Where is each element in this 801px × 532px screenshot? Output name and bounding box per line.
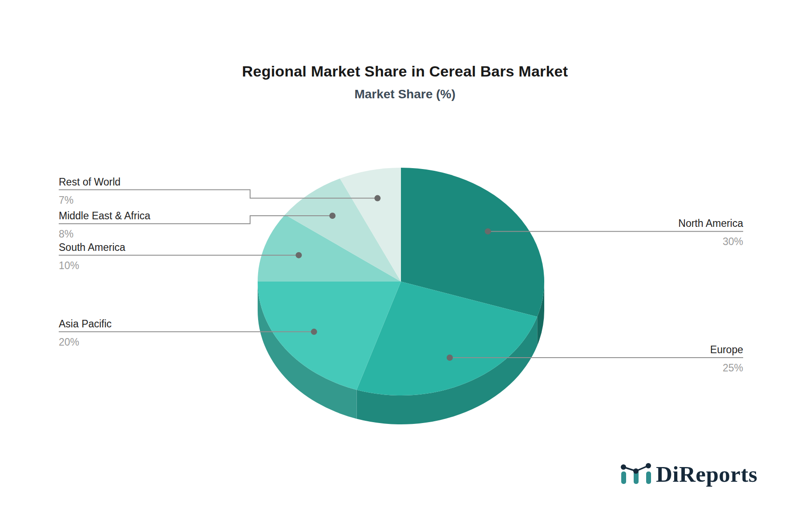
slice-label-north-america: North America — [678, 218, 743, 229]
slice-label-asia-pacific: Asia Pacific — [59, 318, 112, 330]
leader-dot-rest-of-world — [374, 195, 380, 202]
logo-text: DiReports — [656, 462, 757, 487]
slice-value-south-america: 10% — [59, 260, 79, 271]
slice-label-rest-of-world: Rest of World — [59, 176, 121, 188]
slice-label-middle-east-africa: Middle East & Africa — [59, 210, 150, 222]
leader-dot-south-america — [295, 252, 302, 258]
chart-canvas: Regional Market Share in Cereal Bars Mar… — [0, 0, 801, 532]
leader-dot-north-america — [485, 228, 491, 234]
pie-chart: North America30%Europe25%Asia Pacific20%… — [0, 0, 801, 532]
slice-label-south-america: South America — [59, 242, 125, 253]
slice-value-asia-pacific: 20% — [59, 336, 79, 348]
logo: DiReports — [620, 459, 757, 487]
slice-value-europe: 25% — [723, 362, 743, 374]
leader-dot-europe — [447, 355, 453, 361]
slice-value-north-america: 30% — [723, 236, 743, 247]
slice-value-middle-east-africa: 8% — [59, 228, 73, 240]
logo-bar-chart-icon — [620, 461, 652, 487]
slice-value-rest-of-world: 7% — [59, 194, 73, 206]
leader-dot-middle-east-africa — [329, 213, 336, 219]
leader-dot-asia-pacific — [311, 329, 317, 335]
slice-label-europe: Europe — [710, 344, 743, 355]
